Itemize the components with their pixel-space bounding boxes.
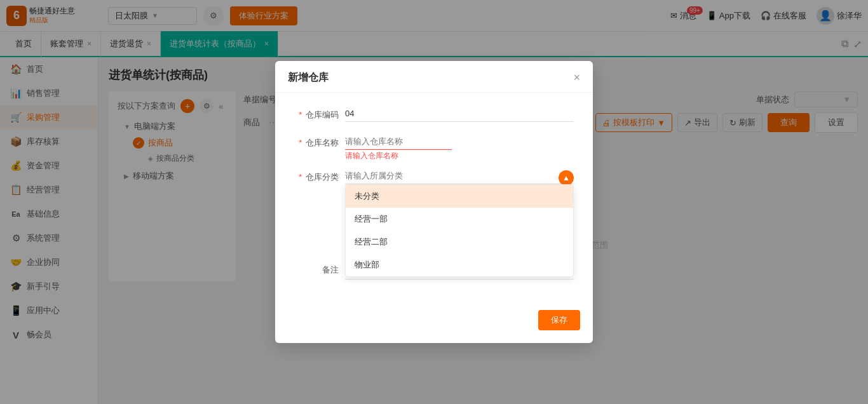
category-input-wrap: ▲ 未分类 经营一部 经营二部 物业部	[345, 168, 574, 184]
category-field-row: * 仓库分类 ▲ 未分类 经营一部 经营二部 物业部	[294, 168, 574, 184]
modal-close-button[interactable]: ×	[573, 71, 580, 84]
category-dropdown: 未分类 经营一部 经营二部 物业部	[345, 184, 574, 277]
category-input[interactable]	[345, 168, 574, 184]
modal-title: 新增仓库	[288, 71, 329, 84]
category-required-mark: *	[299, 172, 302, 182]
category-label-text: 仓库分类	[306, 172, 339, 182]
code-label-text: 仓库编码	[306, 110, 339, 119]
modal-body: * 仓库编码 * 仓库名称 请输入仓库名称 *	[275, 93, 593, 304]
dropdown-item-dept3[interactable]: 物业部	[346, 253, 573, 276]
dropdown-item-uncategorized[interactable]: 未分类	[346, 185, 573, 208]
modal-footer: 保存	[275, 304, 593, 343]
category-toggle-button[interactable]: ▲	[559, 170, 574, 185]
code-input[interactable]	[345, 105, 574, 122]
code-field-row: * 仓库编码	[294, 105, 574, 122]
name-label: * 仓库名称	[294, 133, 345, 149]
dropdown-item-dept2[interactable]: 经营二部	[346, 231, 573, 253]
category-label: * 仓库分类	[294, 168, 345, 183]
save-button[interactable]: 保存	[538, 310, 580, 330]
dropdown-item-dept1[interactable]: 经营一部	[346, 208, 573, 231]
add-warehouse-modal: 新增仓库 × * 仓库编码 * 仓库名称 请输入仓库名称	[275, 61, 593, 343]
remark-label-text: 备注	[322, 265, 339, 274]
name-error-message: 请输入仓库名称	[345, 151, 398, 161]
name-required-mark: *	[299, 138, 302, 147]
name-field-row: * 仓库名称 请输入仓库名称	[294, 133, 574, 150]
code-label: * 仓库编码	[294, 105, 345, 121]
name-input-wrap: 请输入仓库名称	[345, 133, 574, 150]
name-input[interactable]	[345, 133, 452, 150]
remark-label: 备注	[294, 260, 345, 276]
modal-overlay: 新增仓库 × * 仓库编码 * 仓库名称 请输入仓库名称	[0, 0, 868, 404]
code-required-mark: *	[299, 110, 302, 119]
modal-header: 新增仓库 ×	[275, 61, 593, 93]
name-label-text: 仓库名称	[306, 138, 339, 147]
